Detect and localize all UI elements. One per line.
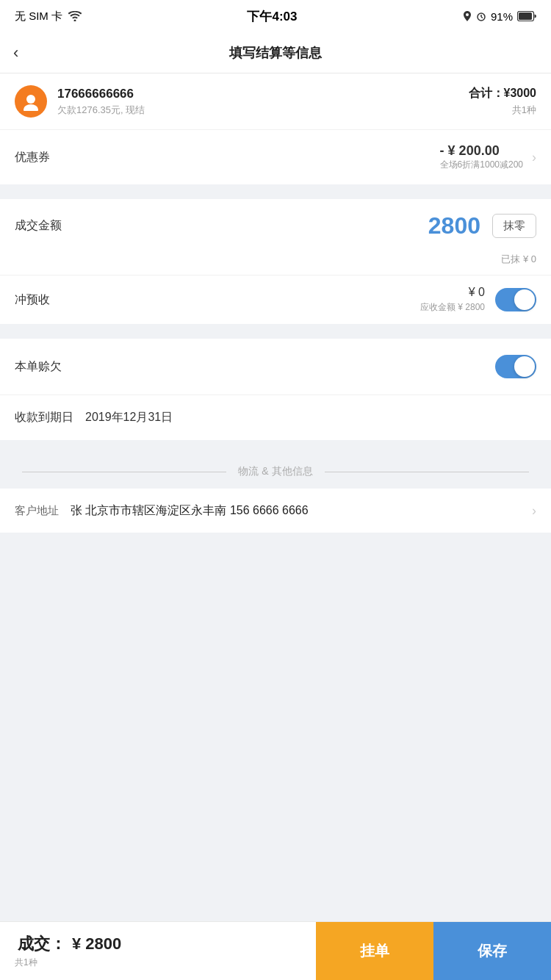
svg-point-5 — [26, 95, 35, 104]
precollect-toggle[interactable] — [495, 288, 536, 311]
save-button[interactable]: 保存 — [433, 922, 551, 981]
duedate-label: 收款到期日 — [15, 410, 73, 425]
precollect-sub: 应收金额 ¥ 2800 — [420, 301, 485, 314]
logistics-label: 物流 & 其他信息 — [238, 465, 312, 478]
deal-sub: 已抹 ¥ 0 — [0, 253, 551, 275]
battery-icon — [517, 11, 536, 21]
debt-toggle-knob — [514, 356, 535, 377]
sim-label: 无 SIM 卡 — [15, 10, 62, 24]
address-label: 客户地址 — [15, 504, 59, 518]
customer-sub: 欠款1276.35元, 现结 — [57, 104, 469, 117]
divider-line-right — [325, 472, 529, 472]
avatar — [15, 85, 47, 118]
coupon-label: 优惠券 — [15, 150, 50, 165]
status-bar: 无 SIM 卡 下午4:03 91% — [0, 0, 551, 32]
debt-row: 本单赊欠 — [0, 339, 551, 394]
customer-section: 17666666666 欠款1276.35元, 现结 合计：¥3000 共1种 … — [0, 73, 551, 184]
address-value: 张 北京市市辖区海淀区永丰南 156 6666 6666 — [71, 502, 517, 519]
customer-total: 合计：¥3000 共1种 — [469, 86, 537, 117]
duedate-value: 2019年12月31日 — [85, 410, 173, 425]
address-chevron-icon: › — [532, 503, 536, 519]
back-icon: ‹ — [13, 43, 18, 62]
gap-3 — [0, 447, 551, 455]
total-count: 共1种 — [469, 104, 537, 117]
gap-2 — [0, 331, 551, 339]
gap-1 — [0, 192, 551, 199]
deal-label: 成交金额 — [15, 218, 62, 234]
svg-rect-4 — [519, 12, 532, 20]
address-row[interactable]: 客户地址 张 北京市市辖区海淀区永丰南 156 6666 6666 › — [0, 489, 551, 533]
deal-amount: 2800 — [428, 212, 480, 239]
divider-line-left — [22, 472, 226, 472]
debt-section: 本单赊欠 收款到期日 2019年12月31日 — [0, 339, 551, 440]
status-left: 无 SIM 卡 — [15, 10, 82, 24]
coupon-amount: - ¥ 200.00 — [440, 143, 523, 159]
bottom-count: 共1种 — [15, 956, 301, 969]
round-button[interactable]: 抹零 — [492, 214, 536, 238]
bottom-deal-amount: ¥ 2800 — [72, 934, 121, 953]
wifi-icon — [68, 11, 82, 21]
total-amount: 合计：¥3000 — [469, 86, 537, 101]
location-icon — [463, 11, 472, 21]
address-section: 客户地址 张 北京市市辖区海淀区永丰南 156 6666 6666 › — [0, 489, 551, 533]
bottom-deal-row: 成交： ¥ 2800 — [15, 933, 301, 955]
bottom-padding — [0, 643, 551, 702]
precollect-amount: ¥ 0 — [420, 286, 485, 299]
coupon-chevron-icon: › — [532, 150, 536, 165]
gray-spacer — [0, 540, 551, 643]
debt-toggle[interactable] — [495, 355, 536, 378]
status-time: 下午4:03 — [247, 8, 297, 25]
bottom-deal-label: 成交： — [18, 934, 66, 953]
coupon-right: - ¥ 200.00 全场6折满1000减200 › — [440, 143, 536, 171]
deal-section: 成交金额 2800 抹零 已抹 ¥ 0 冲预收 ¥ 0 应收金额 ¥ 2800 — [0, 199, 551, 324]
bottom-bar: 成交： ¥ 2800 共1种 挂单 保存 — [0, 921, 551, 980]
pending-button[interactable]: 挂单 — [316, 922, 433, 981]
deal-row: 成交金额 2800 抹零 — [0, 199, 551, 253]
battery-label: 91% — [491, 10, 513, 23]
precollect-right: ¥ 0 应收金额 ¥ 2800 — [420, 286, 536, 314]
precollect-label: 冲预收 — [15, 292, 50, 308]
precollect-row: 冲预收 ¥ 0 应收金额 ¥ 2800 — [0, 275, 551, 324]
customer-row: 17666666666 欠款1276.35元, 现结 合计：¥3000 共1种 — [0, 73, 551, 129]
alarm-icon — [476, 11, 486, 21]
precollect-amount-col: ¥ 0 应收金额 ¥ 2800 — [420, 286, 485, 314]
svg-line-2 — [481, 17, 483, 18]
back-button[interactable]: ‹ — [13, 43, 18, 62]
customer-info: 17666666666 欠款1276.35元, 现结 — [57, 87, 469, 117]
nav-title: 填写结算等信息 — [229, 44, 322, 62]
status-right: 91% — [463, 10, 536, 23]
deal-right: 2800 抹零 — [428, 212, 536, 239]
customer-phone: 17666666666 — [57, 87, 469, 101]
bottom-info: 成交： ¥ 2800 共1种 — [0, 933, 316, 969]
svg-point-6 — [24, 104, 38, 111]
coupon-desc: 全场6折满1000减200 — [440, 159, 523, 171]
avatar-icon — [21, 92, 40, 111]
nav-bar: ‹ 填写结算等信息 — [0, 32, 551, 73]
coupon-row[interactable]: 优惠券 - ¥ 200.00 全场6折满1000减200 › — [0, 129, 551, 184]
debt-label: 本单赊欠 — [15, 359, 62, 375]
logistics-divider: 物流 & 其他信息 — [0, 455, 551, 489]
toggle-knob — [514, 289, 535, 310]
duedate-row: 收款到期日 2019年12月31日 — [0, 395, 551, 440]
